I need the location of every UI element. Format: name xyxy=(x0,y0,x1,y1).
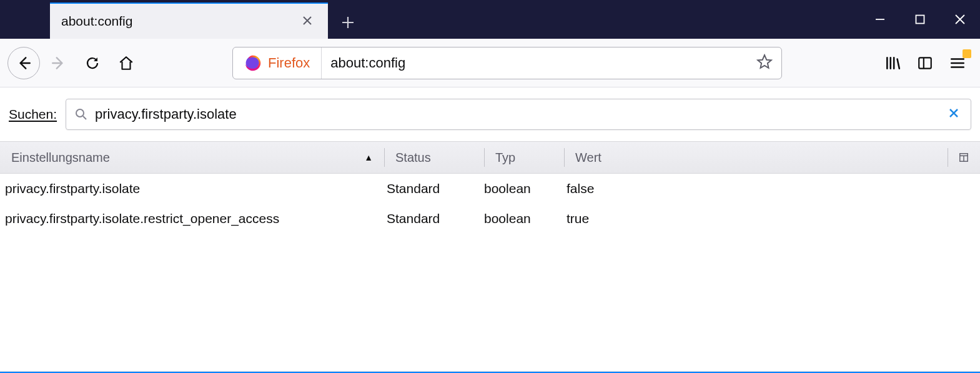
notification-badge-icon xyxy=(963,49,971,58)
clear-search-icon[interactable] xyxy=(946,104,962,125)
library-button[interactable] xyxy=(878,48,908,78)
firefox-icon xyxy=(244,54,262,72)
svg-point-4 xyxy=(76,109,84,117)
identity-label: Firefox xyxy=(268,55,310,71)
config-search-box[interactable] xyxy=(66,99,971,130)
identity-box[interactable]: Firefox xyxy=(233,47,322,79)
url-input[interactable] xyxy=(322,55,748,71)
back-button[interactable] xyxy=(7,47,40,79)
column-header-value[interactable]: Wert xyxy=(564,142,948,173)
pref-row[interactable]: privacy.firstparty.isolate.restrict_open… xyxy=(0,204,980,234)
minimize-button[interactable] xyxy=(860,0,900,39)
pref-table-body: privacy.firstparty.isolate Standard bool… xyxy=(0,174,980,234)
column-header-type[interactable]: Typ xyxy=(484,142,564,173)
close-window-button[interactable] xyxy=(940,0,980,39)
pref-row[interactable]: privacy.firstparty.isolate Standard bool… xyxy=(0,174,980,204)
search-label: Suchen: xyxy=(9,107,57,122)
forward-button xyxy=(44,48,74,78)
column-header-status[interactable]: Status xyxy=(384,142,484,173)
pref-name: privacy.firstparty.isolate.restrict_open… xyxy=(0,211,384,226)
sort-indicator-icon: ▲ xyxy=(364,152,373,162)
pref-value: false xyxy=(564,181,980,196)
tab-title: about:config xyxy=(61,14,132,29)
column-header-value-label: Wert xyxy=(575,151,601,165)
pref-status: Standard xyxy=(384,211,484,226)
config-search-input[interactable] xyxy=(95,106,938,122)
pref-value: true xyxy=(564,211,980,226)
column-header-type-label: Typ xyxy=(495,151,515,165)
new-tab-button[interactable] xyxy=(332,6,364,39)
bookmark-star-icon[interactable] xyxy=(748,54,781,72)
close-tab-icon[interactable] xyxy=(298,9,317,34)
column-header-status-label: Status xyxy=(395,151,431,165)
column-picker-button[interactable] xyxy=(948,142,980,173)
svg-rect-0 xyxy=(916,16,924,24)
config-search-row: Suchen: xyxy=(0,87,980,141)
tabstrip: about:config xyxy=(0,0,364,39)
browser-tab[interactable]: about:config xyxy=(50,2,328,39)
pref-type: boolean xyxy=(484,211,564,226)
pref-table-header: Einstellungsname ▲ Status Typ Wert xyxy=(0,141,980,174)
pref-status: Standard xyxy=(384,181,484,196)
home-button[interactable] xyxy=(111,48,141,78)
column-header-name-label: Einstellungsname xyxy=(11,151,110,165)
titlebar: about:config xyxy=(0,0,980,39)
column-header-name[interactable]: Einstellungsname ▲ xyxy=(0,142,384,173)
toolbar-right xyxy=(878,48,973,78)
pref-type: boolean xyxy=(484,181,564,196)
url-bar[interactable]: Firefox xyxy=(232,47,782,79)
sidebar-button[interactable] xyxy=(910,48,940,78)
svg-line-5 xyxy=(83,116,86,119)
pref-name: privacy.firstparty.isolate xyxy=(0,181,384,196)
maximize-button[interactable] xyxy=(900,0,940,39)
svg-rect-2 xyxy=(919,57,931,68)
nav-toolbar: Firefox xyxy=(0,39,980,87)
reload-button[interactable] xyxy=(77,48,107,78)
search-icon xyxy=(75,108,87,121)
window-controls xyxy=(860,0,980,39)
app-menu-button[interactable] xyxy=(943,48,973,78)
